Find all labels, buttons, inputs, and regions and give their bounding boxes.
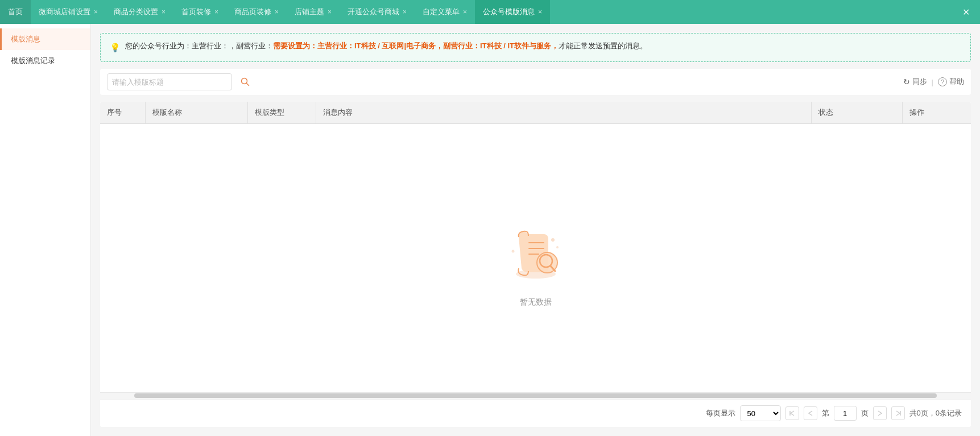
toolbar: ↻ 同步 | ? 帮助 (100, 69, 971, 95)
horizontal-scrollbar[interactable] (100, 392, 971, 399)
notice-highlight: 需要设置为：主营行业：IT科技 / 互联网|电子商务，副营行业：IT科技 / I… (273, 41, 559, 50)
pagination: 每页显示 10 20 50 100 (100, 399, 971, 427)
notice-prefix: 您的公众号行业为：主营行业：，副营行业： (125, 41, 273, 50)
svg-point-11 (511, 250, 514, 253)
tab-custom-menu-label: 自定义菜单 (423, 7, 460, 17)
table-wrapper: 序号 模版名称 模版类型 消息内容 状态 操作 (100, 102, 971, 427)
first-page-button[interactable] (785, 406, 799, 420)
last-page-button[interactable] (891, 406, 905, 420)
tab-homepage-decor-label: 首页装修 (181, 7, 211, 17)
main-layout: 模版消息 模版消息记录 💡 您的公众号行业为：主营行业：，副营行业：需要设置为：… (0, 24, 980, 436)
col-action: 操作 (903, 102, 971, 123)
tab-product-category[interactable]: 商品分类设置 × (106, 0, 173, 24)
search-button[interactable] (237, 73, 254, 90)
tab-shop-theme-label: 店铺主题 (295, 7, 324, 17)
first-page-icon (789, 410, 795, 416)
table-header: 序号 模版名称 模版类型 消息内容 状态 操作 (100, 102, 971, 124)
svg-line-1 (247, 84, 249, 86)
col-template-type: 模版类型 (248, 102, 316, 123)
search-icon (241, 77, 250, 86)
sync-icon: ↻ (903, 77, 910, 86)
close-all-button[interactable]: ✕ (958, 7, 974, 18)
last-page-icon (895, 410, 901, 416)
search-input[interactable] (107, 73, 232, 90)
help-label: 帮助 (949, 77, 964, 87)
sidebar-item-template-msg-label: 模版消息 (11, 35, 40, 43)
notice-box: 💡 您的公众号行业为：主营行业：，副营行业：需要设置为：主营行业：IT科技 / … (100, 33, 971, 62)
tab-open-mall[interactable]: 开通公众号商城 × (340, 0, 415, 24)
sidebar-item-template-msg-record[interactable]: 模版消息记录 (0, 50, 90, 72)
col-status: 状态 (812, 102, 903, 123)
top-navigation: 首页 微商城店铺设置 × 商品分类设置 × 首页装修 × 商品页装修 × 店铺主… (0, 0, 980, 24)
close-tab-custom-menu[interactable]: × (463, 8, 467, 16)
next-page-button[interactable] (873, 406, 887, 420)
notice-suffix: 才能正常发送预置的消息。 (559, 41, 647, 50)
per-page-label: 每页显示 (706, 408, 735, 418)
content-area: 💡 您的公众号行业为：主营行业：，副营行业：需要设置为：主营行业：IT科技 / … (91, 24, 980, 436)
help-icon: ? (938, 77, 947, 86)
page-di-label: 第 (822, 408, 829, 418)
close-tab-shop-theme[interactable]: × (328, 8, 332, 16)
close-tab-product-page-decor[interactable]: × (275, 8, 279, 16)
notice-text: 您的公众号行业为：主营行业：，副营行业：需要设置为：主营行业：IT科技 / 互联… (125, 40, 647, 52)
tab-home-label: 首页 (8, 7, 23, 17)
tab-product-page-decor[interactable]: 商品页装修 × (226, 0, 287, 24)
tab-product-category-label: 商品分类设置 (114, 7, 158, 17)
sidebar-item-template-msg[interactable]: 模版消息 (0, 28, 90, 50)
tab-product-page-decor-label: 商品页装修 (234, 7, 271, 17)
per-page-select[interactable]: 10 20 50 100 (740, 405, 781, 421)
close-tab-homepage-decor[interactable]: × (214, 8, 218, 16)
svg-point-10 (556, 246, 559, 248)
close-tab-shop-settings[interactable]: × (94, 8, 98, 16)
total-info: 共0页，0条记录 (909, 408, 962, 418)
scrollbar-track (134, 393, 937, 398)
sidebar: 模版消息 模版消息记录 (0, 24, 91, 436)
search-area (107, 73, 254, 90)
sidebar-item-template-msg-record-label: 模版消息记录 (11, 56, 55, 65)
close-tab-product-category[interactable]: × (162, 8, 166, 16)
next-page-icon (878, 410, 882, 416)
prev-page-icon (808, 410, 813, 416)
tab-shop-settings-label: 微商城店铺设置 (39, 7, 90, 17)
tab-template-msg-label: 公众号模版消息 (483, 7, 535, 17)
empty-illustration (502, 220, 570, 288)
page-input[interactable] (834, 406, 857, 421)
tab-shop-theme[interactable]: 店铺主题 × (287, 0, 340, 24)
col-template-name: 模版名称 (146, 102, 248, 123)
tab-template-msg[interactable]: 公众号模版消息 × (475, 0, 550, 24)
tab-home[interactable]: 首页 (0, 0, 31, 24)
sync-label: 同步 (912, 77, 927, 87)
tab-open-mall-label: 开通公众号商城 (348, 7, 399, 17)
notice-bulb-icon: 💡 (110, 41, 121, 55)
empty-text: 暂无数据 (520, 297, 552, 308)
col-index: 序号 (100, 102, 146, 123)
page-label: 页 (861, 408, 869, 418)
empty-state: 暂无数据 (100, 124, 971, 392)
sync-button[interactable]: ↻ 同步 (903, 77, 927, 87)
svg-point-9 (551, 238, 555, 242)
prev-page-button[interactable] (804, 406, 817, 420)
divider: | (932, 78, 933, 86)
close-tab-open-mall[interactable]: × (403, 8, 407, 16)
tab-custom-menu[interactable]: 自定义菜单 × (415, 0, 475, 24)
close-tab-template-msg[interactable]: × (538, 8, 542, 16)
toolbar-right: ↻ 同步 | ? 帮助 (903, 77, 964, 87)
tab-homepage-decor[interactable]: 首页装修 × (173, 0, 226, 24)
tab-shop-settings[interactable]: 微商城店铺设置 × (31, 0, 106, 24)
col-content: 消息内容 (316, 102, 812, 123)
help-button[interactable]: ? 帮助 (938, 77, 964, 87)
